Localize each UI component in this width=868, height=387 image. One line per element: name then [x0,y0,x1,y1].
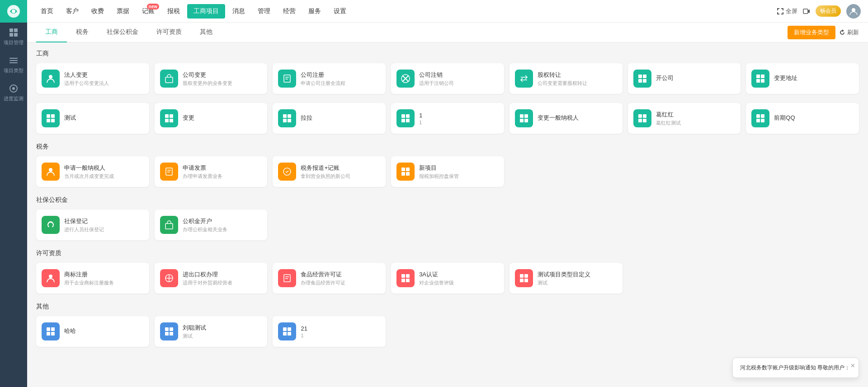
card-tax-report[interactable]: 税务报道+记账 拿到营业执照的新公司 [273,156,386,187]
svg-rect-30 [51,119,55,122]
vip-button[interactable]: 畅会员 [816,5,841,17]
svg-rect-14 [165,77,173,83]
card-ge-honghong[interactable]: 葛红红 葛红红测试 [628,103,741,134]
svg-rect-4 [9,33,13,37]
card-food-license[interactable]: 食品经营许可证 办理食品经营许可证 [273,263,386,294]
card-company-cancel[interactable]: 公司注销 适用于注销公司 [391,63,504,94]
card-import-export[interactable]: 进出口权办理 适用于对外贸易经营者 [155,263,268,294]
card-open-company[interactable]: 开公司 [628,63,741,94]
card-sub: 用于企业商标注册服务 [64,280,114,286]
card-lala[interactable]: 拉拉 [273,103,386,134]
nav-billing[interactable]: 收费 [85,0,110,23]
card-title: 股权转让 [538,71,587,79]
tab-license[interactable]: 许可资质 [147,23,191,42]
card-twenty-one[interactable]: 21 1 [273,316,386,347]
card-company-register[interactable]: 公司注册 申请公司注册全流程 [273,63,386,94]
svg-rect-34 [170,119,173,122]
card-icon [515,70,533,88]
tab-other[interactable]: 其他 [191,23,222,42]
tab-social-fund[interactable]: 社保公积金 [98,23,147,42]
video-button[interactable] [803,8,810,15]
card-title: 公司注销 [419,71,454,79]
svg-rect-20 [643,75,646,78]
nav-industry[interactable]: 工商项目 [187,4,225,19]
card-apply-taxpayer[interactable]: 申请一般纳税人 当月或次月成变更完成 [36,156,149,187]
svg-rect-39 [401,114,405,118]
card-equity-transfer[interactable]: 股权转让 公司变更需要股权转让 [509,63,623,94]
svg-rect-53 [756,119,760,122]
card-title: 变更 [183,114,194,122]
card-title: 3A认证 [419,270,454,279]
nav-home[interactable]: 首页 [34,0,60,23]
card-title: 商标注册 [64,270,114,279]
card-sub: 办理申请发票业务 [183,173,222,180]
svg-rect-63 [406,172,410,176]
svg-rect-62 [401,172,405,176]
card-company-change[interactable]: 公司变更 股权变更外的业务变更 [155,63,268,94]
card-change2[interactable]: 变更 [155,103,268,134]
card-sub: 办理公积金相关业务 [183,226,227,233]
nav-invoice[interactable]: 票据 [110,0,136,23]
card-icon [160,70,178,88]
nav-customer[interactable]: 客户 [60,0,85,23]
sidebar-item-project-manage[interactable]: 项目管理 [0,23,27,51]
svg-rect-46 [524,119,528,122]
card-change-taxpayer[interactable]: 变更一般纳税人 [509,103,623,134]
card-social-register[interactable]: 社保登记 进行人员社保登记 [36,210,149,240]
card-3a-cert[interactable]: 3A认证 对企业信誉评级 [391,263,504,294]
svg-rect-70 [401,274,405,278]
add-business-type-button[interactable]: 新增业务类型 [788,26,835,39]
svg-point-12 [852,8,855,12]
nav-settings[interactable]: 设置 [327,0,353,23]
nav-accounts[interactable]: 记账 new [136,0,161,23]
card-icon [633,70,651,88]
card-icon [515,109,533,127]
card-trademark[interactable]: 商标注册 用于企业商标注册服务 [36,263,149,294]
svg-rect-78 [47,327,50,331]
nav-manage[interactable]: 管理 [251,0,277,23]
card-test[interactable]: 测试 [36,103,149,134]
card-icon [160,109,178,127]
card-title: 测试项目类型目定义 [538,270,590,279]
tab-industry[interactable]: 工商 [36,23,67,42]
sidebar-item-label: 项目管理 [4,39,24,46]
card-icon [278,322,296,340]
card-sub: 报税加税控盘保管 [419,173,459,180]
card-change-address[interactable]: 变更地址 [746,63,859,94]
card-title: 葛红红 [656,111,681,119]
card-test-project-type[interactable]: 测试项目类型目定义 测试 [509,263,623,294]
industry-section: 工商 法人变更 适用于公司变更法人 [27,42,868,363]
tab-tax[interactable]: 税务 [67,23,98,42]
card-liu-test[interactable]: 刘聪测试 测试 [155,316,268,347]
card-icon [515,269,533,287]
card-title: 刘聪测试 [183,324,206,332]
nav-message[interactable]: 消息 [226,0,251,23]
card-icon [42,109,60,127]
sidebar-item-progress[interactable]: 进度监测 [0,79,27,107]
notification-close-button[interactable]: × [851,362,855,370]
card-one[interactable]: 1 1 [391,103,504,134]
card-icon [278,70,296,88]
avatar[interactable] [846,4,861,19]
svg-rect-22 [643,79,646,83]
sidebar-item-project-type[interactable]: 项目类型 [0,51,27,79]
card-front-qq[interactable]: 前期QQ [746,103,859,134]
svg-rect-50 [643,119,646,122]
app-logo[interactable] [0,0,27,23]
svg-rect-74 [520,274,524,278]
nav-operation[interactable]: 经营 [277,0,302,23]
card-sub: 当月或次月成变更完成 [64,173,114,180]
nav-service[interactable]: 服务 [302,0,327,23]
card-icon [396,269,415,287]
svg-rect-8 [9,62,18,63]
refresh-button[interactable]: 刷新 [839,28,859,37]
card-sub: 测试 [183,333,206,340]
card-fund-open[interactable]: 公积金开户 办理公积金相关业务 [155,210,268,240]
card-haha[interactable]: 哈哈 [36,316,149,347]
svg-rect-26 [761,79,764,83]
fullscreen-button[interactable]: 全屏 [777,7,797,15]
card-legal-change[interactable]: 法人变更 适用于公司变更法人 [36,63,149,94]
card-new-project[interactable]: 新项目 报税加税控盘保管 [391,156,504,187]
nav-tax[interactable]: 报税 [161,0,186,23]
card-apply-invoice[interactable]: 申请发票 办理申请发票业务 [155,156,268,187]
